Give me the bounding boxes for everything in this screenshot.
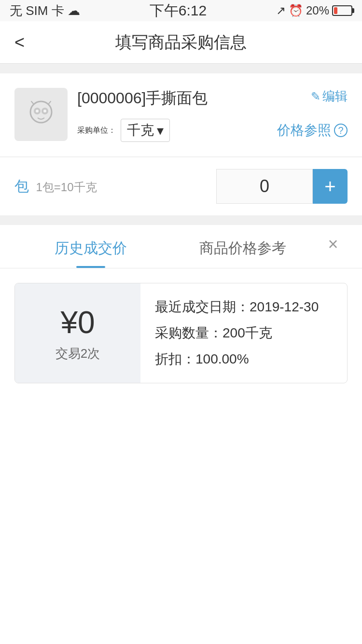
- tabs-header: 历史成交价 商品价格参考 ×: [0, 225, 362, 268]
- product-logo: [24, 98, 58, 131]
- price-amount: ¥0: [60, 305, 95, 340]
- svg-point-3: [36, 110, 39, 112]
- edit-label: 编辑: [322, 88, 348, 105]
- unit-label: 采购单位：: [77, 126, 116, 136]
- quantity-sub-label: 1包=10千克: [36, 181, 97, 194]
- quantity-section: 包 1包=10千克 0 +: [0, 157, 362, 215]
- alarm-icon: ⏰: [289, 4, 303, 17]
- svg-point-4: [43, 110, 46, 112]
- quantity-label-group: 包 1包=10千克: [14, 177, 97, 196]
- tabs-section: 历史成交价 商品价格参考 ×: [0, 225, 362, 268]
- status-bar: 无 SIM 卡 ☁ 下午6:12 ↗ ⏰ 20%: [0, 0, 362, 21]
- quantity-input[interactable]: 0: [216, 169, 313, 204]
- unit-select[interactable]: 千克 ▾: [121, 119, 170, 142]
- unit-label-group: 采购单位： 千克 ▾: [77, 119, 170, 142]
- tab-history-price[interactable]: 历史成交价: [14, 225, 167, 268]
- purchase-quantity-label: 采购数量：: [155, 325, 223, 340]
- product-info: [0000006]手撕面包 ✎ 编辑 采购单位： 千克 ▾ 价格参照 ?: [77, 88, 348, 142]
- product-name: [0000006]手撕面包: [77, 88, 208, 109]
- purchase-quantity-row: 采购数量：200千克: [155, 324, 333, 342]
- recent-date-label: 最近成交日期：: [155, 299, 250, 314]
- status-time: 下午6:12: [150, 1, 207, 21]
- price-ref-label: 价格参照: [277, 121, 331, 140]
- recent-date-row: 最近成交日期：2019-12-30: [155, 298, 333, 316]
- location-icon: ↗: [276, 4, 286, 17]
- battery-indicator: [332, 5, 352, 16]
- chevron-down-icon: ▾: [157, 123, 164, 139]
- edit-button[interactable]: ✎ 编辑: [311, 88, 348, 105]
- product-image: [14, 88, 68, 141]
- tab-product-price-ref[interactable]: 商品价格参考: [167, 225, 319, 268]
- back-button[interactable]: <: [14, 32, 43, 53]
- purchase-quantity-value: 200千克: [223, 325, 272, 340]
- status-left: 无 SIM 卡 ☁: [10, 2, 80, 19]
- bottom-space: [0, 398, 362, 644]
- product-card: [0000006]手撕面包 ✎ 编辑 采购单位： 千克 ▾ 价格参照 ?: [0, 73, 362, 156]
- quantity-controls: 0 +: [216, 169, 348, 204]
- history-content: ¥0 交易2次 最近成交日期：2019-12-30 采购数量：200千克 折扣：…: [0, 268, 362, 398]
- price-card-right: 最近成交日期：2019-12-30 采购数量：200千克 折扣：100.00%: [140, 283, 347, 383]
- nav-bar: < 填写商品采购信息: [0, 21, 362, 64]
- battery-pct: 20%: [306, 4, 329, 17]
- discount-value: 100.00%: [195, 351, 249, 366]
- discount-label: 折扣：: [155, 351, 195, 366]
- edit-icon: ✎: [311, 90, 320, 103]
- recent-date-value: 2019-12-30: [250, 299, 319, 314]
- quantity-unit-label: 包: [14, 178, 29, 194]
- quantity-plus-button[interactable]: +: [313, 169, 348, 204]
- status-right: ↗ ⏰ 20%: [276, 4, 352, 17]
- tab-close-button[interactable]: ×: [319, 234, 348, 259]
- price-ref-button[interactable]: 价格参照 ?: [277, 121, 348, 140]
- product-unit-row: 采购单位： 千克 ▾ 价格参照 ?: [77, 119, 348, 142]
- unit-value: 千克: [127, 121, 154, 140]
- discount-row: 折扣：100.00%: [155, 350, 333, 368]
- page-title: 填写商品采购信息: [115, 31, 247, 54]
- sim-label: 无 SIM 卡 ☁: [10, 2, 80, 19]
- price-trades: 交易2次: [56, 345, 100, 362]
- help-icon: ?: [334, 124, 348, 137]
- price-card: ¥0 交易2次 最近成交日期：2019-12-30 采购数量：200千克 折扣：…: [14, 283, 348, 383]
- product-header: [0000006]手撕面包 ✎ 编辑: [77, 88, 348, 109]
- price-card-left: ¥0 交易2次: [15, 283, 140, 383]
